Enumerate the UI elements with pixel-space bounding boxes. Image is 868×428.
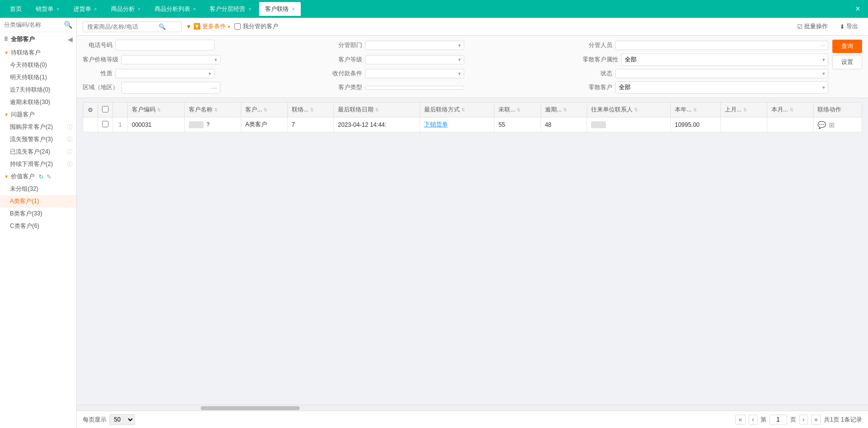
last-contact-method-col-header[interactable]: 最后联络方式 ⇅ [420,103,494,117]
close-icon[interactable]: × [56,6,59,12]
collapse-icon[interactable]: ◀ [68,36,72,43]
settings-icon[interactable]: ⚙ [88,107,93,113]
retail-select[interactable]: 全部 ▾ [615,81,828,94]
sidebar-item-today-pending[interactable]: 今天待联络(0) [0,59,76,71]
close-icon[interactable]: × [292,6,295,12]
contact-col-header[interactable]: 联络... ⇅ [287,103,333,117]
chat-icon[interactable]: 💬 [817,121,826,129]
price-level-select[interactable]: ▾ [121,55,220,64]
my-customers-checkbox[interactable] [234,23,241,30]
section-value-customers[interactable]: ▼ 价值客户 ↻ ✎ [0,170,76,183]
horizontal-scrollbar[interactable] [77,405,868,411]
first-page-button[interactable]: « [735,415,746,425]
next-page-button[interactable]: › [799,415,808,425]
info-icon: ⓘ [67,136,72,143]
qr-code-icon[interactable]: ⊞ [829,121,835,129]
section-pending-contact[interactable]: ▼ 待联络客户 [0,47,76,59]
this-month-label: 本月... [771,106,788,114]
sidebar-item-7days-pending[interactable]: 近7天待联络(0) [0,84,76,96]
row-actions: 💬 ⊞ [817,121,858,129]
close-icon[interactable]: × [193,6,196,12]
item-label: 流失预警客户(3) [10,135,67,144]
tab-product-analysis[interactable]: 商品分析 × [105,2,147,16]
this-month-col-header[interactable]: 本月... ⇅ [767,103,813,117]
close-icon[interactable]: × [248,6,251,12]
region-select[interactable]: ··· [121,82,220,94]
sidebar-item-class-c[interactable]: C类客户(6) [0,220,76,232]
item-label: B类客户(33) [10,210,72,218]
nature-select[interactable]: ▾ [115,69,215,78]
contact-cell: 7 [287,117,333,132]
unit-contact-label: 往来单位联系人 [591,106,633,114]
customer-type-label: 客户类型 [332,83,362,92]
select-all-checkbox[interactable] [102,106,108,112]
close-icon[interactable]: × [138,6,141,12]
settings-button[interactable]: 设置 [832,55,862,69]
advanced-filters: 电话号码 分管部门 ▾ 分管人员 [77,36,868,98]
tab-purchase-order[interactable]: 进货单 × [67,2,103,16]
status-select[interactable]: ▾ [615,69,828,78]
type-header-label: 客户... [245,106,262,114]
no-contact-col-header[interactable]: 未联... ⇅ [494,103,541,117]
payment-select[interactable]: ▾ [365,69,464,78]
sort-icon: ⇅ [264,107,268,112]
sidebar-search-input[interactable] [4,21,62,28]
this-year-amount: 10995.00 [675,121,700,128]
name-col-header[interactable]: 客户名称 ⇅ [184,103,241,117]
section-problem-customers[interactable]: ▼ 问题客户 [0,108,76,121]
overdue-col-header[interactable]: 逾期... ⇅ [541,103,587,117]
sidebar-item-class-a[interactable]: A类客户(1) [0,195,76,208]
sidebar-item-churn-warning[interactable]: 流失预警客户(3) ⓘ [0,133,76,146]
sidebar-all-customers[interactable]: ⠿ 全部客户 ◀ [0,32,76,47]
sidebar-search-area: 🔍 [0,18,76,32]
main-search-input[interactable] [87,23,157,30]
sidebar-item-unsorted[interactable]: 未分组(32) [0,183,76,195]
customer-type-select[interactable] [365,86,464,90]
chevron-down-icon: ▾ [822,71,825,76]
customer-level-select[interactable]: ▾ [365,55,464,64]
export-button[interactable]: ⬇ 导出 [836,21,862,32]
type-col-header[interactable]: 客户... ⇅ [241,103,287,117]
scrollbar-thumb[interactable] [201,406,300,410]
search-icon[interactable]: 🔍 [159,23,166,30]
code-col-header[interactable]: 客户编码 ⇅ [128,103,185,117]
per-page-select[interactable]: 50 100 200 [109,414,135,425]
last-month-col-header[interactable]: 上月... ⇅ [721,103,767,117]
sidebar-item-churned[interactable]: 已流失客户(24) ⓘ [0,146,76,158]
prev-page-button[interactable]: ‹ [749,415,758,425]
this-year-col-header[interactable]: 本年... ⇅ [670,103,720,117]
sidebar-item-tomorrow-pending[interactable]: 明天待联络(1) [0,71,76,84]
batch-ops-button[interactable]: ☑ 批量操作 [793,21,832,32]
manager-select[interactable]: ··· [615,41,828,50]
nature-label: 性质 [83,69,112,78]
refresh-icon[interactable]: ↻ [39,173,44,180]
tab-product-analysis-list[interactable]: 商品分析列表 × [149,2,202,16]
tab-sales-order[interactable]: 销货单 × [30,2,65,16]
sidebar-item-abnormal-purchase[interactable]: 囤购异常客户(2) ⓘ [0,121,76,133]
phone-input[interactable] [115,40,215,51]
tab-customer-contact[interactable]: 客户联络 × [259,2,301,16]
row-checkbox[interactable] [102,121,108,127]
sidebar-search-icon[interactable]: 🔍 [64,21,72,29]
last-contact-date-col-header[interactable]: 最后联络日期 ⇅ [334,103,420,117]
dept-select[interactable]: ▾ [365,41,464,50]
window-close-button[interactable]: × [852,4,864,13]
last-month-label: 上月... [725,106,742,114]
last-page-button[interactable]: » [811,415,821,425]
tab-home-label: 首页 [10,5,22,13]
retail-attr-select[interactable]: 全部 ▾ [621,54,828,66]
sidebar-item-declining[interactable]: 持续下滑客户(2) ⓘ [0,158,76,170]
tab-customer-segment[interactable]: 客户分层经营 × [204,2,257,16]
page-number-input[interactable] [769,415,787,425]
query-button[interactable]: 查询 [832,40,862,53]
sidebar-item-overdue-contact[interactable]: 逾期未联络(30) [0,96,76,108]
unit-contact-col-header[interactable]: 往来单位联系人 ⇅ [587,103,671,117]
more-filters-button[interactable]: ▼ 🔽 更多条件 ▾ [186,22,230,31]
sidebar-item-class-b[interactable]: B类客户(33) [0,208,76,220]
settings-col-header[interactable]: ⚙ [83,103,98,117]
tab-home[interactable]: 首页 [4,2,28,16]
last-contact-method[interactable]: 下销货单 [424,121,448,128]
edit-icon[interactable]: ✎ [47,173,52,180]
close-icon[interactable]: × [94,6,97,12]
filter-row-3: 性质 ▾ 收付款条件 ▾ [83,69,828,78]
